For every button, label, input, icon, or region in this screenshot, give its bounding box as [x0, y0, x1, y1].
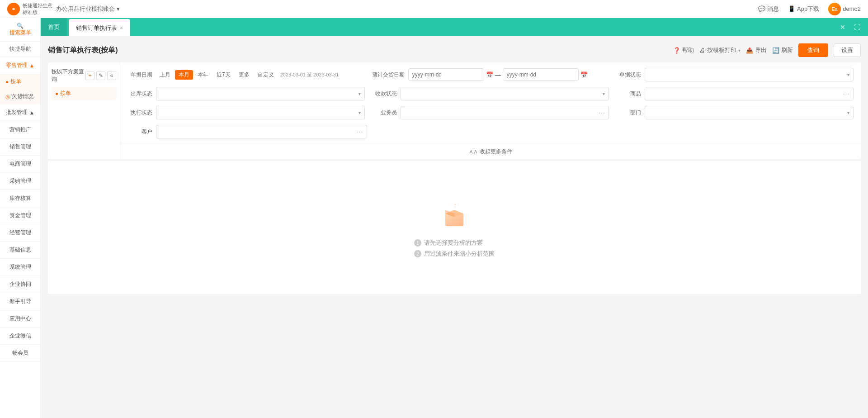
expected-date-start[interactable] — [408, 68, 484, 81]
department-chevron: ▾ — [847, 110, 849, 115]
sidebar-item-marketing-label: 营销推广 — [9, 126, 31, 133]
goods-more-icon[interactable]: ··· — [843, 89, 849, 99]
empty-state: ↑ ↑ ↑ 1 请先选择要分析的方案 2 用过滤条件来缩小分析范围 — [48, 161, 861, 294]
app-download-action[interactable]: 📱 App下载 — [788, 5, 819, 13]
sidebar-item-retail[interactable]: 零售管理 ▲ — [0, 57, 40, 74]
header-left: 畅捷通好生意 标准版 办公用品行业模拟账套 ▾ — [7, 2, 120, 15]
avatar: Ea — [828, 3, 841, 15]
exec-status-select[interactable]: ▾ — [156, 106, 365, 119]
retail-arrow-icon: ▲ — [29, 62, 35, 69]
tab-expand-btn[interactable]: ⛶ — [852, 22, 863, 33]
date-tab-last-month[interactable]: 上月 — [156, 70, 174, 80]
filter-form: 单据日期 上月 本月 本年 近7天 更多 自定义 — [120, 62, 861, 159]
collapse-btn[interactable]: ∧∧ 收起更多条件 — [120, 144, 861, 159]
empty-tip-2: 2 用过滤条件来缩小分析范围 — [414, 250, 495, 258]
svg-text:↑: ↑ — [450, 202, 452, 206]
nav-dropdown[interactable]: 办公用品行业模拟账套 ▾ — [56, 5, 120, 13]
tip-num-2: 2 — [414, 250, 421, 257]
sidebar-item-wechat-label: 企业微信 — [9, 332, 31, 340]
settings-button[interactable]: 设置 — [834, 43, 861, 57]
calendar-end-icon[interactable]: 📅 — [580, 71, 588, 78]
sidebar-item-enterprise[interactable]: 企业协同 — [0, 276, 40, 293]
sales-order-tab-label: 销售订单执行表 — [76, 24, 117, 32]
svg-text:↑: ↑ — [457, 202, 459, 206]
print-icon: 🖨 — [699, 47, 705, 54]
help-icon: ❓ — [673, 47, 680, 54]
sidebar-item-purchase[interactable]: 采购管理 — [0, 173, 40, 190]
query-button[interactable]: 查询 — [798, 43, 828, 57]
sidebar-sub-item-order[interactable]: ● 按单 — [0, 74, 40, 89]
sidebar-item-newbie[interactable]: 新手引导 — [0, 293, 40, 310]
scheme-collapse-btn[interactable]: « — [107, 71, 116, 80]
expected-date-end[interactable] — [503, 68, 579, 81]
payment-status-select[interactable]: ▾ — [401, 87, 609, 100]
sidebar-sub-item-debt[interactable]: ◎ 欠货情况 — [0, 89, 40, 104]
date-tab-this-year[interactable]: 本年 — [194, 70, 212, 80]
salesperson-label: 业务员 — [372, 109, 397, 117]
tab-close-icon[interactable]: × — [120, 25, 123, 31]
tab-close-btn[interactable]: ✕ — [837, 22, 848, 33]
department-select[interactable]: ▾ — [645, 106, 854, 119]
sidebar-item-appstore[interactable]: 应用中心 — [0, 310, 40, 328]
message-action[interactable]: 💬 消息 — [758, 5, 779, 13]
calendar-start-icon[interactable]: 📅 — [486, 71, 493, 78]
date-tab-more[interactable]: 更多 — [235, 70, 253, 80]
page-title-bar: 销售订单执行表(按单) ❓ 帮助 🖨 按模板打印 ▾ 📤 — [48, 43, 861, 57]
sidebar-item-finance[interactable]: 资金管理 — [0, 207, 40, 224]
tip-text-1: 请先选择要分析的方案 — [424, 239, 483, 247]
sidebar: 🔍 搜索菜单 快捷导航 零售管理 ▲ ● 按单 ◎ 欠货情况 批发管理 ▲ — [0, 18, 41, 418]
filter-section: 按以下方案查询 + ✎ « — [48, 62, 861, 159]
sidebar-item-operation[interactable]: 经营管理 — [0, 224, 40, 242]
scheme-item-order[interactable]: ● 按单 — [52, 87, 116, 100]
expected-date-inputs: 📅 — 📅 — [408, 68, 588, 81]
sidebar-item-basic[interactable]: 基础信息 — [0, 242, 40, 259]
salesperson-more-icon[interactable]: ··· — [598, 108, 605, 118]
scheme-item-label: 按单 — [60, 90, 71, 97]
scheme-edit-icon: ✎ — [99, 72, 103, 79]
date-tab-7days[interactable]: 近7天 — [213, 70, 234, 80]
date-label: 单据日期 — [127, 71, 152, 79]
filter-row-1: 单据日期 上月 本月 本年 近7天 更多 自定义 — [127, 68, 854, 81]
sidebar-sub-item-debt-label: 欠货情况 — [12, 93, 33, 100]
delivery-status-label: 出库状态 — [127, 90, 152, 98]
tab-sales-order[interactable]: 销售订单执行表 × — [69, 19, 130, 37]
export-btn[interactable]: 📤 导出 — [746, 46, 767, 54]
sidebar-item-newbie-label: 新手引导 — [9, 298, 31, 305]
sidebar-item-member[interactable]: 畅会员 — [0, 345, 40, 362]
template-print-label: 按模板打印 — [707, 46, 736, 54]
template-print-btn[interactable]: 🖨 按模板打印 ▾ — [699, 46, 741, 54]
sidebar-quick-nav[interactable]: 快捷导航 — [0, 42, 40, 57]
sidebar-search[interactable]: 🔍 搜索菜单 — [0, 18, 40, 42]
payment-chevron: ▾ — [603, 91, 605, 96]
goods-label: 商品 — [616, 90, 641, 98]
date-tab-custom[interactable]: 自定义 — [254, 70, 278, 80]
delivery-status-select[interactable]: ▾ — [156, 87, 365, 100]
user-action[interactable]: Ea demo2 — [828, 3, 861, 15]
date-tab-this-month[interactable]: 本月 — [175, 70, 193, 80]
sidebar-item-marketing[interactable]: 营销推广 — [0, 121, 40, 138]
customer-more-icon[interactable]: ··· — [356, 127, 363, 137]
date-range: 上月 本月 本年 近7天 更多 自定义 2023-03-01 至 2023-03… — [156, 70, 339, 80]
scheme-add-btn[interactable]: + — [85, 71, 94, 80]
scheme-edit-btn[interactable]: ✎ — [96, 71, 105, 80]
tab-home[interactable]: 首页 — [41, 18, 67, 36]
sidebar-search-label: 搜索菜单 — [4, 29, 37, 37]
sidebar-item-wholesale[interactable]: 批发管理 ▲ — [0, 104, 40, 121]
sidebar-item-ecommerce[interactable]: 电商管理 — [0, 156, 40, 173]
message-icon: 💬 — [758, 5, 765, 12]
help-btn[interactable]: ❓ 帮助 — [673, 46, 694, 54]
exec-chevron: ▾ — [359, 110, 361, 115]
refresh-btn[interactable]: 🔄 刷新 — [772, 46, 793, 54]
header-right: 💬 消息 📱 App下载 Ea demo2 — [758, 3, 861, 15]
tab-bar-actions: ✕ ⛶ — [837, 22, 868, 33]
exec-status-label: 执行状态 — [127, 109, 152, 117]
order-status-select[interactable]: ▾ — [645, 68, 854, 81]
sidebar-item-sales[interactable]: 销售管理 — [0, 138, 40, 156]
wholesale-arrow-icon: ▲ — [29, 109, 35, 116]
sidebar-item-inventory[interactable]: 库存核算 — [0, 190, 40, 207]
sidebar-item-system[interactable]: 系统管理 — [0, 259, 40, 276]
order-status-chevron: ▾ — [847, 72, 849, 77]
filter-order-status-group: 单据状态 ▾ — [616, 68, 854, 81]
sidebar-item-wechat[interactable]: 企业微信 — [0, 328, 40, 345]
message-label: 消息 — [767, 5, 779, 13]
